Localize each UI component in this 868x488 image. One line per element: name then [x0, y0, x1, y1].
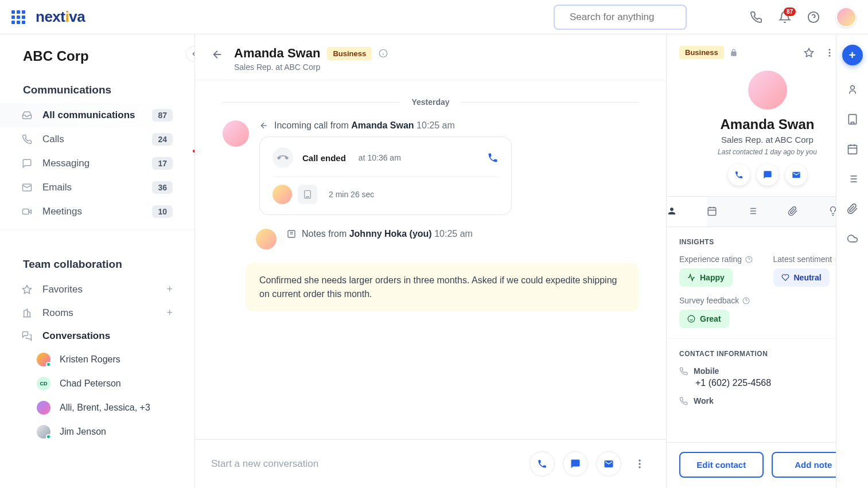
sidebar-label: Meetings [42, 206, 82, 217]
conversation-item[interactable]: Alli, Brent, Jessica, +3 [0, 396, 194, 420]
conversation-name: Chad Peterson [60, 378, 121, 389]
header-help-icon[interactable] [807, 11, 820, 24]
experience-label: Experience rating [679, 255, 762, 264]
rail-building-icon[interactable] [847, 114, 858, 125]
building-icon [298, 185, 317, 204]
call-button[interactable] [728, 164, 750, 186]
arrow-left-icon [259, 121, 268, 130]
contact-avatar-large [748, 71, 787, 110]
svg-point-20 [850, 85, 854, 89]
svg-marker-4 [23, 285, 32, 293]
add-icon[interactable]: + [166, 283, 173, 295]
notification-badge: 87 [784, 7, 796, 16]
sidebar-count: 17 [152, 157, 173, 170]
communications-heading: Communications [0, 78, 194, 103]
svg-point-8 [639, 460, 640, 462]
sidebar-item-emails[interactable]: Emails 36 [0, 175, 194, 200]
sidebar-count: 24 [152, 133, 173, 146]
call-event-header: Incoming call from Amanda Swan 10:25 am [259, 120, 639, 131]
header-phone-icon[interactable] [750, 11, 762, 24]
edit-contact-button[interactable]: Edit contact [679, 452, 764, 478]
more-button[interactable] [824, 48, 835, 58]
survey-value: Great [679, 310, 729, 328]
chevron-left-icon [190, 50, 195, 58]
info-icon[interactable] [379, 49, 388, 58]
business-tag: Business [679, 46, 724, 59]
call-card: Call ended at 10:36 am 2 min 26 sec [259, 136, 512, 215]
mobile-label: Mobile [679, 366, 855, 376]
star-button[interactable] [804, 48, 814, 58]
sidebar-label: Messaging [42, 158, 89, 169]
phone-icon [22, 134, 33, 145]
rail-calendar-icon[interactable] [847, 143, 858, 155]
rail-attachment-icon[interactable] [847, 203, 858, 214]
contact-subtitle: Sales Rep. at ABC Corp [234, 63, 388, 72]
composer-sms-button[interactable] [563, 451, 588, 477]
business-tag: Business [327, 47, 372, 60]
search-box[interactable] [554, 5, 687, 30]
sidebar-count: 36 [152, 181, 173, 194]
tab-tasks[interactable] [747, 197, 787, 227]
video-icon [22, 206, 33, 217]
conversation-item[interactable]: Kristen Rogers [0, 348, 194, 372]
sidebar-count: 10 [152, 205, 173, 218]
rail-cloud-icon[interactable] [847, 233, 858, 244]
sidebar-item-favorites[interactable]: Favorites + [0, 278, 194, 301]
contact-name: Amanda Swan [679, 116, 855, 132]
svg-point-12 [829, 49, 831, 50]
svg-rect-15 [708, 208, 716, 216]
conversation-item[interactable]: CD Chad Peterson [0, 372, 194, 396]
contact-name: Amanda Swan [234, 46, 320, 61]
sidebar: ABC Corp Communications All communicatio… [0, 34, 195, 488]
sidebar-item-rooms[interactable]: Rooms + [0, 301, 194, 325]
participant-avatar [273, 185, 292, 204]
svg-point-14 [829, 54, 831, 56]
workspace-title: ABC Corp [0, 48, 194, 78]
sidebar-label: Calls [42, 134, 64, 145]
composer-call-button[interactable] [530, 451, 555, 477]
tab-attachments[interactable] [788, 197, 828, 227]
call-duration: 2 min 26 sec [329, 190, 374, 199]
sidebar-item-meetings[interactable]: Meetings 10 [0, 200, 194, 224]
email-button[interactable] [785, 164, 807, 186]
call-back-button[interactable] [487, 152, 499, 163]
svg-point-13 [829, 52, 831, 53]
svg-rect-3 [23, 209, 29, 214]
arrow-left-icon [211, 48, 224, 61]
brand-logo: nextiva [36, 8, 85, 26]
rail-profile-icon[interactable] [847, 84, 858, 95]
add-icon[interactable]: + [166, 307, 173, 319]
compose-fab[interactable]: + [842, 45, 863, 65]
sidebar-item-calls[interactable]: Calls 24 [0, 127, 194, 151]
header-avatar[interactable] [836, 7, 857, 28]
sidebar-item-conversations[interactable]: Conversations [0, 325, 194, 348]
header-bell-icon[interactable]: 87 [779, 11, 791, 24]
experience-value: Happy [679, 268, 733, 287]
composer[interactable]: Start a new conversation [195, 439, 666, 488]
star-icon [22, 284, 33, 295]
sidebar-item-all-communications[interactable]: All communications 87 [0, 103, 194, 127]
svg-point-10 [639, 466, 640, 468]
rail-tasks-icon[interactable] [847, 173, 858, 185]
composer-email-button[interactable] [596, 451, 621, 477]
search-input[interactable] [570, 11, 691, 23]
sidebar-item-messaging[interactable]: Messaging 17 [0, 151, 194, 175]
conversation-name: Jim Jenson [60, 427, 106, 437]
tab-calendar[interactable] [707, 197, 747, 227]
phone-icon [679, 367, 688, 376]
sentiment-value: Neutral [773, 268, 830, 287]
avatar [37, 353, 50, 366]
contact-avatar [223, 120, 249, 147]
avatar: CD [37, 377, 50, 391]
back-button[interactable] [211, 46, 224, 61]
conversation-name: Kristen Rogers [60, 354, 120, 365]
message-button[interactable] [757, 164, 779, 186]
tab-profile[interactable] [667, 197, 707, 227]
composer-more-button[interactable] [629, 454, 650, 474]
call-status: Call ended [302, 153, 346, 163]
sidebar-count: 87 [152, 109, 173, 122]
conversation-item[interactable]: Jim Jenson [0, 420, 194, 444]
email-icon [22, 182, 33, 193]
app-grid-icon[interactable] [11, 10, 25, 24]
svg-point-9 [639, 463, 640, 464]
